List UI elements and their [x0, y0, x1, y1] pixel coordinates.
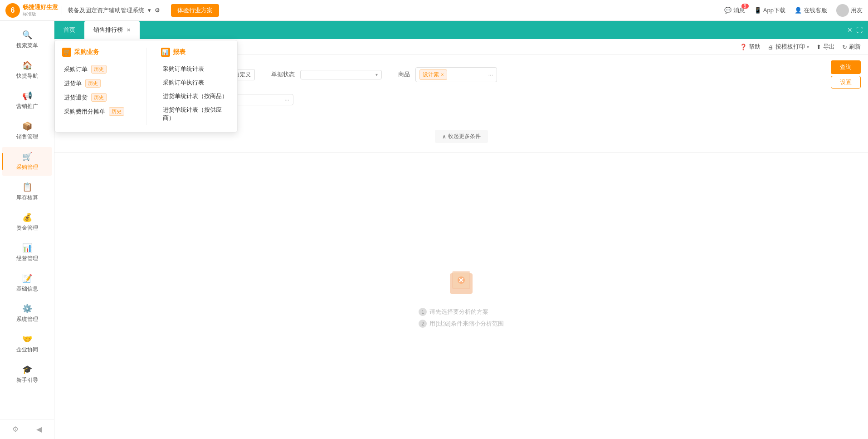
menu-item-incoming-stats-goods[interactable]: 进货单统计表（按商品）: [161, 89, 230, 103]
purchase-icon: 🛒: [22, 152, 32, 162]
query-btn-area: 查询 设置: [831, 60, 861, 89]
menu-item-order-stats[interactable]: 采购订单统计表: [161, 62, 230, 76]
sidebar-item-operations[interactable]: 📊 经营管理: [2, 238, 52, 267]
menu-item-label-order-exec: 采购订单执行表: [163, 79, 204, 87]
query-button[interactable]: 查询: [831, 60, 861, 74]
hint-num-1: 1: [419, 308, 427, 316]
sidebar-item-system[interactable]: ⚙️ 系统管理: [2, 299, 52, 328]
system-title-dropdown[interactable]: ▾: [148, 7, 151, 14]
menu-section-purchase-title: 🛒 采购业务: [62, 48, 132, 57]
marketing-icon: 📢: [22, 91, 32, 101]
logo-area: 6 畅捷通好生意 标准版: [5, 3, 60, 18]
user-label: 用友: [851, 6, 863, 15]
menu-item-incoming-stats-supplier[interactable]: 进货单统计表（按供应商）: [161, 103, 230, 125]
menu-section-purchase: 🛒 采购业务 采购订单 历史 进货单 历史 进货退货 历史 采购费用分摊单 历史: [62, 48, 132, 125]
sidebar-bottom: ⚙ ◀: [0, 419, 54, 439]
sidebar-item-guide[interactable]: 🎓 新手引导: [2, 360, 52, 389]
export-action[interactable]: ⬆ 导出: [816, 43, 835, 51]
sidebar-label-sales: 销售管理: [16, 133, 38, 141]
settings-icon[interactable]: ⚙: [155, 7, 160, 14]
tab-close-all-icon[interactable]: ✕: [847, 26, 853, 34]
menu-item-expense[interactable]: 采购费用分摊单 历史: [62, 104, 132, 118]
online-service-label: 在线客服: [804, 6, 827, 15]
menu-item-order-exec[interactable]: 采购订单执行表: [161, 76, 230, 89]
collapse-button[interactable]: ∧ 收起更多条件: [435, 130, 488, 143]
user-avatar: [836, 4, 849, 17]
guide-icon: 🎓: [22, 365, 32, 375]
print-dropdown-icon[interactable]: ▾: [807, 44, 809, 49]
menu-item-label-incoming-stats-supplier: 进货单统计表（按供应商）: [163, 106, 229, 122]
message-icon: 💬: [724, 7, 731, 14]
home-icon: 🏠: [22, 60, 32, 70]
sidebar-collapse-icon[interactable]: ◀: [36, 425, 42, 434]
goods-tag-close[interactable]: ×: [441, 72, 444, 77]
menu-item-label-incoming-stats-goods: 进货单统计表（按商品）: [163, 92, 228, 100]
sidebar-settings-icon[interactable]: ⚙: [12, 425, 19, 434]
sidebar-item-cooperation[interactable]: 🤝 企业协同: [2, 330, 52, 358]
sidebar-label-quicknav: 快捷导航: [16, 72, 38, 80]
refresh-icon: ↻: [842, 44, 847, 50]
menu-item-label-order-stats: 采购订单统计表: [163, 65, 204, 73]
sidebar: 🔍 搜索菜单 🏠 快捷导航 📢 营销推广 📦 销售管理 🛒 采购管理 📋 库存核…: [0, 21, 54, 439]
sidebar-item-marketing[interactable]: 📢 营销推广: [2, 86, 52, 115]
tab-close-icon[interactable]: ✕: [127, 27, 131, 33]
sidebar-item-inventory[interactable]: 📋 库存核算: [2, 178, 52, 206]
sidebar-item-finance[interactable]: 💰 资金管理: [2, 208, 52, 237]
sidebar-label-cooperation: 企业协同: [16, 346, 38, 354]
goods-field[interactable]: 设计素 × ···: [415, 67, 497, 82]
phone-icon: 📱: [754, 7, 761, 14]
inventory-icon: 📋: [22, 182, 32, 192]
sidebar-label-purchase: 采购管理: [16, 163, 38, 171]
export-label: 导出: [823, 43, 835, 51]
reports-section-icon: 📊: [161, 48, 170, 57]
help-action[interactable]: ❓ 帮助: [740, 43, 761, 51]
menu-item-return[interactable]: 进货退货 历史: [62, 90, 132, 104]
sales-icon: 📦: [22, 121, 32, 131]
logo-icon: 6: [5, 3, 20, 18]
set-button[interactable]: 设置: [831, 76, 861, 89]
collapse-icon: ∧: [442, 133, 446, 140]
system-title: 装备及固定资产辅助管理系统: [68, 6, 144, 15]
search-icon: 🔍: [22, 30, 32, 40]
app-download-action[interactable]: 📱 App下载: [754, 6, 785, 15]
sidebar-item-search[interactable]: 🔍 搜索菜单: [2, 25, 52, 54]
hint-text-1: 请先选择要分析的方案: [429, 308, 488, 316]
tab-maximize-icon[interactable]: ⛶: [856, 26, 863, 34]
collapse-label: 收起更多条件: [448, 133, 481, 140]
salesperson-dots[interactable]: ···: [284, 96, 289, 103]
online-service-action[interactable]: 👤 在线客服: [795, 6, 827, 15]
user-action[interactable]: 用友: [836, 4, 863, 17]
purchase-section-icon: 🛒: [62, 48, 71, 57]
message-action[interactable]: 💬 消息 9: [724, 6, 745, 15]
help-icon: ❓: [740, 44, 747, 50]
sidebar-label-finance: 资金管理: [16, 224, 38, 232]
menu-item-purchase-order[interactable]: 采购订单 历史: [62, 62, 132, 76]
goods-dots[interactable]: ···: [488, 71, 493, 78]
print-icon: 🖨: [768, 44, 774, 50]
header-right: 💬 消息 9 📱 App下载 👤 在线客服 用友: [724, 4, 863, 17]
refresh-action[interactable]: ↻ 刷新: [842, 43, 861, 51]
sidebar-item-purchase[interactable]: 🛒 采购管理: [2, 147, 52, 176]
active-indicator: [2, 153, 3, 170]
goods-tag: 设计素 ×: [419, 69, 447, 80]
sidebar-item-quicknav[interactable]: 🏠 快捷导航: [2, 56, 52, 84]
menu-item-label-expense: 采购费用分摊单: [64, 108, 105, 116]
doc-status-dropdown-icon: ▾: [375, 72, 378, 77]
empty-state: 1 请先选择要分析的方案 2 用[过滤]条件来缩小分析范围: [54, 153, 868, 439]
goods-label: 商品: [398, 70, 410, 79]
print-action[interactable]: 🖨 按模板打印 ▾: [768, 43, 809, 51]
menu-badge-incoming: 历史: [85, 79, 101, 88]
sidebar-item-basicinfo[interactable]: 📝 基础信息: [2, 269, 52, 297]
doc-status-select[interactable]: ▾: [300, 70, 382, 79]
menu-badge-return: 历史: [91, 93, 107, 102]
sidebar-item-sales[interactable]: 📦 销售管理: [2, 117, 52, 145]
tab-home[interactable]: 首页: [54, 21, 84, 39]
refresh-label: 刷新: [849, 43, 861, 51]
trial-button[interactable]: 体验行业方案: [171, 4, 219, 17]
menu-item-incoming[interactable]: 进货单 历史: [62, 76, 132, 90]
menu-badge-expense: 历史: [109, 107, 124, 116]
reports-section-label: 报表: [173, 48, 185, 56]
menu-section-reports-title: 📊 报表: [161, 48, 230, 57]
menu-section-reports: 📊 报表 采购订单统计表 采购订单执行表 进货单统计表（按商品） 进货单统计表（…: [161, 48, 230, 125]
tab-sales-ranking[interactable]: 销售排行榜 ✕: [84, 21, 140, 39]
